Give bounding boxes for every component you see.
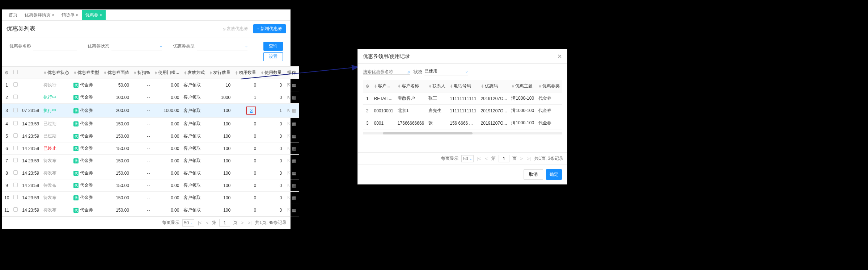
qrcode-icon[interactable]: ▦ [292,183,296,188]
row-checkbox[interactable] [13,195,18,199]
modal-state-select[interactable]: 已使用 ⌵ [424,68,468,75]
horizontal-scrollbar[interactable] [363,132,562,134]
row-checkbox[interactable] [13,82,18,87]
next-page-button[interactable]: > [240,220,244,225]
per-page-select[interactable]: 50 ⌵ [461,155,473,162]
sort-icon[interactable]: ▲▼ [481,84,484,88]
first-page-button[interactable]: |< [477,156,482,161]
tab-优惠券详情页[interactable]: 优惠券详情页× [21,10,58,20]
qrcode-icon[interactable]: ▦ [292,95,296,100]
row-checkbox[interactable] [13,121,18,125]
table-row[interactable]: 1114 23:59待发布代代金券150.00--0.00客户领取10000⇱▦ [2,204,299,216]
table-row[interactable]: 914 23:59待发布代代金券150.00--0.00客户领取10000⇱▦ [2,179,299,192]
close-icon[interactable]: × [76,13,78,17]
per-page-select[interactable]: 50 ⌵ [182,219,194,227]
setting-button[interactable]: 设置 [263,52,283,61]
last-page-button[interactable]: >| [247,220,252,225]
page-input[interactable] [219,219,230,227]
first-page-button[interactable]: |< [197,220,202,225]
confirm-button[interactable]: 确定 [546,169,562,180]
qrcode-icon[interactable]: ▦ [292,171,296,176]
search-button[interactable]: 查询 [263,42,283,51]
tab-首页[interactable]: 首页 [5,10,21,20]
tab-优惠券[interactable]: 优惠券× [82,10,106,20]
table-row[interactable]: 307 23:59执行中代代金券200.00--1000.00客户领取10031… [2,104,299,118]
table-row[interactable]: 2执行中代代金券100.00--0.00客户领取100010⇱▦ [2,91,299,104]
table-row[interactable]: 200010001北京1唐先生1111111111120191207O...满1… [363,105,562,117]
share-icon[interactable]: ⇱ [287,183,291,188]
gear-icon[interactable]: ⚙ [5,70,9,75]
table-row[interactable]: 1014 23:59待发布代代金券150.00--0.00客户领取10000⇱▦ [2,192,299,204]
table-row[interactable]: 3000117666666666张156 6666 ...20191207O..… [363,117,562,129]
close-icon[interactable]: ✕ [557,53,562,60]
share-icon[interactable]: ⇱ [287,83,291,88]
next-page-button[interactable]: > [520,156,524,161]
table-row[interactable]: 814 23:59待发布代代金券150.00--0.00客户领取10000⇱▦ [2,167,299,179]
table-row[interactable]: 714 23:59待发布代代金券150.00--0.00客户领取10000⇱▦ [2,155,299,167]
select-all-checkbox[interactable] [13,70,18,74]
filter-name-input[interactable] [33,42,77,50]
row-checkbox[interactable] [13,207,18,212]
sort-icon[interactable]: ▲▼ [183,71,187,75]
cancel-button[interactable]: 取消 [524,169,543,180]
share-icon[interactable]: ⇱ [287,134,291,139]
sort-icon[interactable]: ▲▼ [103,71,107,75]
close-icon[interactable]: × [100,13,102,17]
sort-icon[interactable]: ▲▼ [428,84,432,88]
last-page-button[interactable]: >| [526,156,532,161]
share-icon[interactable]: ⇱ [287,121,291,126]
row-checkbox[interactable] [13,170,18,175]
qrcode-icon[interactable]: ▦ [292,158,296,163]
row-checkbox[interactable] [13,95,18,99]
sort-icon[interactable]: ▲▼ [511,84,515,88]
qrcode-icon[interactable]: ▦ [292,195,296,200]
sort-icon[interactable]: ▲▼ [398,84,401,88]
qrcode-icon[interactable]: ▦ [292,83,296,88]
sort-icon[interactable]: ▲▼ [43,71,47,75]
row-checkbox[interactable] [13,133,18,138]
qrcode-icon[interactable]: ▦ [292,134,296,139]
prev-page-button[interactable]: < [484,156,488,161]
sort-icon[interactable]: ▲▼ [235,71,238,75]
share-icon[interactable]: ⇱ [287,108,291,113]
table-row[interactable]: 1待执行代代金券50.00--0.00客户领取1000⇱▦ [2,79,299,91]
search-icon[interactable]: ⌕ [407,69,410,74]
sort-icon[interactable]: ▲▼ [73,71,77,75]
table-row[interactable]: 514 23:59已过期代代金券150.00--0.00客户领取10000⇱▦ [2,130,299,142]
table-row[interactable]: 1RETAIL...零散客户张三1111111111120191207O...满… [363,92,562,105]
add-coupon-button[interactable]: + 新增优惠券 [253,24,286,33]
row-checkbox[interactable] [13,183,18,187]
table-row[interactable]: 414 23:59已过期代代金券150.00--0.00客户领取10000⇱▦ [2,118,299,130]
distribute-coupon-button[interactable]: ⎋ 发放优惠券 [220,24,251,33]
modal-search-box[interactable]: ⌕ [363,69,410,75]
sort-icon[interactable]: ▲▼ [134,71,137,75]
row-checkbox[interactable] [13,158,18,162]
sort-icon[interactable]: ▲▼ [154,71,157,75]
qrcode-icon[interactable]: ▦ [292,108,296,113]
share-icon[interactable]: ⇱ [287,146,291,151]
qrcode-icon[interactable]: ▦ [292,208,296,213]
filter-type-select[interactable]: ⌵ [197,42,247,50]
share-icon[interactable]: ⇱ [287,171,291,176]
prev-page-button[interactable]: < [205,220,209,225]
gear-icon[interactable]: ⚙ [365,84,369,89]
sort-icon[interactable]: ▲▼ [261,71,264,75]
row-checkbox[interactable] [13,108,18,112]
table-row[interactable]: 614 23:59已终止代代金券150.00--0.00客户领取10000⇱▦ [2,142,299,155]
close-icon[interactable]: × [52,13,54,17]
qrcode-icon[interactable]: ▦ [292,146,296,151]
sort-icon[interactable]: ▲▼ [450,84,453,88]
share-icon[interactable]: ⇱ [287,208,291,213]
filter-status-select[interactable]: ⌵ [111,42,162,50]
tab-销货单[interactable]: 销货单× [58,10,82,20]
row-checkbox[interactable] [13,146,18,150]
share-icon[interactable]: ⇱ [287,95,291,100]
sort-icon[interactable]: ▲▼ [374,84,377,88]
page-input[interactable] [499,155,509,162]
modal-search-input[interactable] [363,69,399,74]
share-icon[interactable]: ⇱ [287,195,291,200]
sort-icon[interactable]: ▲▼ [209,71,212,75]
share-icon[interactable]: ⇱ [287,158,291,163]
claimed-link[interactable]: 3 [250,108,253,113]
sort-icon[interactable]: ▲▼ [538,84,542,88]
